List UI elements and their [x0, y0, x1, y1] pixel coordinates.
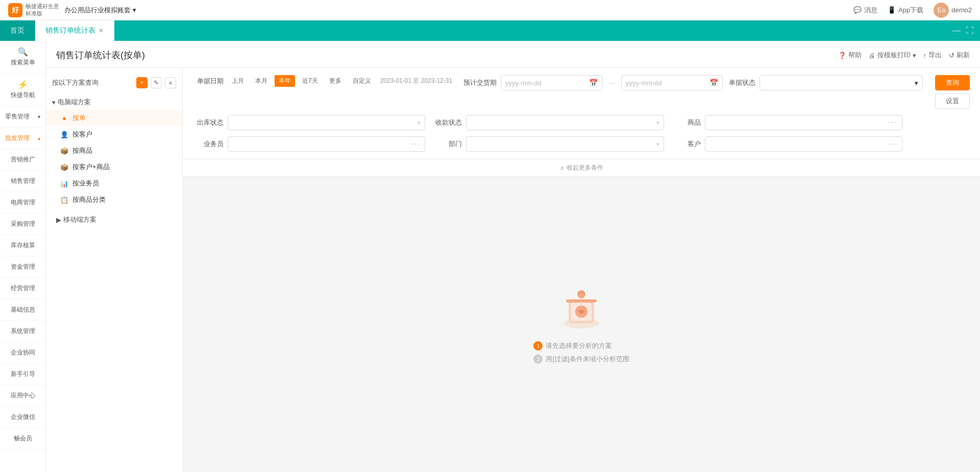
scheme-group-mobile-title[interactable]: ▶ 移动端方案	[46, 212, 182, 227]
main-content: 🔍 搜索菜单 ⚡ 快捷导航 零售管理 ▾ 批发管理 ▴ 营销推广 销售管理 电商…	[0, 41, 980, 472]
close-tab-icon[interactable]: ✕	[99, 27, 104, 34]
settings-btn[interactable]: 设置	[935, 93, 970, 109]
scheme-group-pc: ▾ 电脑端方案 ● 按单 👤 按客户 📦 按商品	[46, 92, 182, 210]
salesperson-more-icon[interactable]: ···	[411, 139, 421, 149]
department-select[interactable]: ▾	[466, 136, 664, 152]
logo-icon: 好	[8, 3, 22, 17]
sidebar-item-membership[interactable]: 畅会员	[0, 428, 45, 450]
date-separator: —	[608, 79, 615, 87]
sidebar-item-inventory[interactable]: 库存核算	[0, 235, 45, 256]
edit-scheme-btn[interactable]: ✎	[151, 77, 162, 88]
date-range-text: 2023-01-01 至 2023-12-31	[380, 77, 452, 85]
query-btn[interactable]: 查询	[935, 75, 970, 90]
scheme-group-pc-title[interactable]: ▾ 电脑端方案	[46, 95, 182, 110]
order-status-select[interactable]: ▾	[760, 75, 923, 90]
help-btn[interactable]: ❓ 帮助	[838, 51, 862, 60]
customer-input[interactable]: ···	[705, 136, 902, 152]
customer-more-icon[interactable]: ···	[888, 139, 898, 149]
department-label: 部门	[431, 139, 462, 149]
date-btn-last-7-days[interactable]: 近7天	[298, 75, 322, 87]
sidebar-quick-nav[interactable]: ⚡ 快捷导航	[0, 74, 45, 106]
refresh-icon: ↺	[949, 52, 954, 59]
minimize-icon[interactable]: —	[952, 26, 961, 35]
empty-hint-1: 1 请先选择要分析的方案	[533, 341, 629, 350]
salesperson-input[interactable]: ···	[228, 136, 425, 152]
payment-status-select[interactable]: ▾	[466, 115, 664, 130]
delivery-status-label: 出库状态	[193, 118, 224, 127]
content-wrapper: 按以下方案查询 + ✎ « ▾	[46, 68, 980, 472]
top-bar-left: 好 畅捷通好生意 标准版 办公用品行业模拟账套 ▾	[8, 3, 136, 17]
sidebar-item-app-center[interactable]: 应用中心	[0, 385, 45, 407]
scheme-item-by-salesperson[interactable]: 📊 按业务员	[46, 175, 182, 192]
template-print-btn[interactable]: 🖨 按模板打印 ▾	[869, 51, 916, 60]
chevron-down-icon: ▾	[418, 120, 421, 126]
sidebar-item-enterprise[interactable]: 企业协同	[0, 342, 45, 364]
sidebar-item-purchase[interactable]: 采购管理	[0, 214, 45, 235]
home-tab-label: 首页	[10, 26, 24, 35]
customer-label: 客户	[670, 139, 701, 149]
delivery-date-end[interactable]: yyyy-mm-dd 📅	[621, 75, 723, 90]
product-input[interactable]: ···	[705, 115, 902, 130]
scheme-item-by-cust-prod[interactable]: 📦 按客户+商品	[46, 159, 182, 175]
order-icon: ●	[60, 114, 68, 122]
sidebar-item-retail[interactable]: 零售管理 ▾	[0, 106, 45, 128]
collapse-icon: ∧	[560, 164, 565, 172]
sidebar-item-marketing[interactable]: 营销推广	[0, 149, 45, 171]
export-btn[interactable]: ↑ 导出	[923, 51, 942, 60]
add-scheme-btn[interactable]: +	[136, 77, 148, 88]
data-area: 1 请先选择要分析的方案 2 用[过滤]条件来缩小分析范围	[183, 177, 980, 472]
svg-point-5	[577, 290, 585, 298]
delivery-status-select[interactable]: ▾	[228, 115, 425, 130]
empty-icon	[556, 285, 607, 336]
sidebar-item-basic-info[interactable]: 基础信息	[0, 299, 45, 321]
chevron-down-icon: ▾	[133, 6, 136, 14]
scheme-item-by-customer[interactable]: 👤 按客户	[46, 126, 182, 143]
sidebar-search[interactable]: 🔍 搜索菜单	[0, 41, 45, 74]
sidebar-item-new-guide[interactable]: 新手引导	[0, 364, 45, 385]
tab-home[interactable]: 首页	[0, 20, 35, 41]
product-label: 商品	[670, 118, 701, 127]
empty-state: 1 请先选择要分析的方案 2 用[过滤]条件来缩小分析范围	[533, 285, 629, 364]
sidebar-item-operations[interactable]: 经营管理	[0, 278, 45, 299]
sales-stats-tab-label: 销售订单统计表	[45, 26, 95, 35]
collapse-panel-btn[interactable]: «	[165, 77, 176, 88]
scheme-item-by-order[interactable]: ● 按单	[46, 110, 182, 126]
calendar-start-icon: 📅	[589, 79, 598, 87]
sidebar-item-ecommerce[interactable]: 电商管理	[0, 192, 45, 214]
refresh-btn[interactable]: ↺ 刷新	[949, 51, 970, 60]
chevron-down-icon: ▾	[656, 120, 659, 126]
scheme-item-by-product[interactable]: 📦 按商品	[46, 143, 182, 159]
sidebar-item-finance[interactable]: 资金管理	[0, 256, 45, 278]
top-bar: 好 畅捷通好生意 标准版 办公用品行业模拟账套 ▾ 💬 消息 📱 App下载 E…	[0, 0, 980, 20]
panel-header: 按以下方案查询 + ✎ «	[46, 73, 182, 92]
date-btn-more[interactable]: 更多	[325, 75, 346, 87]
order-date-label: 单据日期	[193, 77, 224, 86]
product-more-icon[interactable]: ···	[888, 118, 898, 127]
svg-rect-4	[566, 299, 597, 302]
date-btn-custom[interactable]: 自定义	[349, 75, 375, 87]
maximize-icon[interactable]: ⛶	[966, 26, 974, 35]
scheme-item-by-product-cat[interactable]: 📋 按商品分类	[46, 192, 182, 208]
sidebar-item-enterprise-wx[interactable]: 企业微信	[0, 407, 45, 428]
date-btn-this-year[interactable]: 本年	[275, 75, 295, 87]
logo-text: 畅捷通好生意 标准版	[26, 3, 59, 16]
date-btn-this-month[interactable]: 本月	[251, 75, 272, 87]
top-bar-right: 💬 消息 📱 App下载 Ea demo2	[853, 3, 972, 18]
empty-hints: 1 请先选择要分析的方案 2 用[过滤]条件来缩小分析范围	[533, 341, 629, 364]
app-download-btn[interactable]: 📱 App下载	[888, 6, 923, 15]
workspace-selector[interactable]: 办公用品行业模拟账套 ▾	[64, 6, 136, 15]
messages-btn[interactable]: 💬 消息	[853, 6, 877, 15]
collapse-conditions-btn[interactable]: ∧ 收起更多条件	[560, 163, 603, 172]
sidebar-item-wholesale[interactable]: 批发管理 ▴	[0, 128, 45, 149]
left-panel: 按以下方案查询 + ✎ « ▾	[46, 68, 183, 472]
date-btn-last-month[interactable]: 上月	[228, 75, 248, 87]
chevron-down-icon: ▾	[38, 114, 40, 120]
user-menu[interactable]: Ea demo2	[934, 3, 972, 18]
sidebar-item-system[interactable]: 系统管理	[0, 321, 45, 342]
delivery-date-start[interactable]: yyyy-mm-dd 📅	[501, 75, 602, 90]
sidebar-item-sales-mgmt[interactable]: 销售管理	[0, 171, 45, 192]
search-icon: 🔍	[18, 47, 28, 57]
action-btns: 查询 设置	[935, 75, 970, 109]
tab-sales-stats[interactable]: 销售订单统计表 ✕	[35, 20, 114, 41]
sidebar: 🔍 搜索菜单 ⚡ 快捷导航 零售管理 ▾ 批发管理 ▴ 营销推广 销售管理 电商…	[0, 41, 46, 472]
